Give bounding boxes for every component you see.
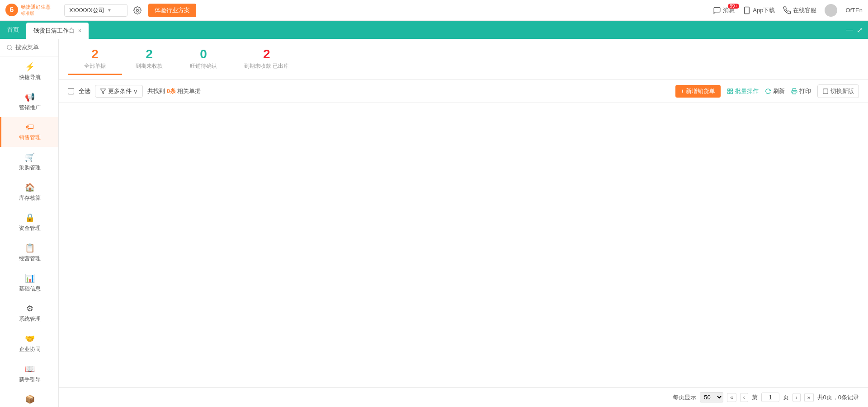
select-all-checkbox[interactable]: [68, 88, 74, 94]
page-label: 第: [752, 393, 758, 402]
sidebar-item-finance[interactable]: 🔒 资金管理: [0, 207, 58, 238]
last-page-button[interactable]: »: [804, 393, 814, 402]
stat-tab-overdue[interactable]: 2 到期未收款: [122, 43, 176, 75]
company-name: XXXXXX公司: [69, 6, 104, 14]
tab-maximize-icon[interactable]: ⤢: [857, 26, 863, 34]
logo-icon: 6: [5, 4, 18, 16]
stat-label-all: 全部单据: [84, 62, 106, 70]
filter-button[interactable]: 更多条件 ∨: [95, 85, 143, 98]
purchase-icon: 🛒: [25, 152, 35, 162]
filter-dropdown-icon: ∨: [133, 88, 138, 95]
sales-icon: 🏷: [26, 122, 34, 132]
found-count: 0条: [167, 88, 176, 94]
svg-point-0: [137, 9, 139, 11]
sidebar-label-guide: 新手引导: [19, 376, 41, 384]
stat-label-overdue: 到期未收款: [136, 62, 163, 70]
sidebar-label-sales: 销售管理: [19, 134, 41, 141]
per-page-label: 每页显示: [673, 393, 696, 402]
sidebar-label-enterprise: 企业协同: [19, 346, 41, 353]
stat-label-pending: 旺铺待确认: [190, 62, 217, 70]
sidebar-label-system: 系统管理: [19, 315, 41, 323]
toolbar: 全选 更多条件 ∨ 共找到 0条 相关单据 + 新增销货单 批: [59, 80, 868, 103]
svg-rect-6: [728, 89, 730, 91]
logo-text: 畅捷通好生意: [21, 4, 51, 10]
tab-active[interactable]: 钱货日清工作台 ×: [26, 23, 89, 39]
svg-rect-8: [731, 92, 732, 94]
stat-tab-pending[interactable]: 0 旺铺待确认: [176, 43, 231, 75]
enterprise-icon: 🤝: [25, 334, 35, 344]
sidebar-label-operations: 经营管理: [19, 255, 41, 262]
svg-rect-1: [745, 7, 750, 14]
company-selector[interactable]: XXXXXX公司 ▼: [64, 4, 127, 17]
sidebar-label-finance: 资金管理: [19, 225, 41, 232]
main-layout: 搜索菜单 ⚡ 快捷导航 📢 营销推广 🏷 销售管理 🛒 采购管理 🏠 库存核算 …: [0, 39, 868, 407]
header-right: 消息 99+ App下载 在线客服 OfTEn: [713, 4, 863, 17]
avatar[interactable]: [825, 4, 837, 17]
prev-page-button[interactable]: ‹: [740, 393, 748, 402]
user-avatar: [825, 4, 837, 17]
switch-version-button[interactable]: 切换新版: [817, 84, 859, 98]
sidebar-search[interactable]: 搜索菜单: [0, 39, 58, 56]
inventory-icon: 🏠: [25, 182, 35, 192]
system-icon: ⚙: [26, 304, 33, 313]
guide-icon: 📖: [25, 364, 35, 374]
sidebar-item-purchase[interactable]: 🛒 采购管理: [0, 147, 58, 177]
per-page-select[interactable]: 50 100: [700, 392, 723, 402]
sidebar-item-guide[interactable]: 📖 新手引导: [0, 359, 58, 389]
svg-line-4: [11, 49, 12, 50]
tab-home[interactable]: 首页: [0, 21, 26, 39]
sidebar: 搜索菜单 ⚡ 快捷导航 📢 营销推广 🏷 销售管理 🛒 采购管理 🏠 库存核算 …: [0, 39, 59, 407]
sidebar-label-inventory: 库存核算: [19, 194, 41, 202]
sidebar-label-marketing: 营销推广: [19, 104, 41, 112]
tab-close-icon[interactable]: ×: [78, 28, 81, 34]
stat-tab-shipped[interactable]: 2 到期未收款 已出库: [231, 43, 302, 75]
tab-minimize-icon[interactable]: —: [846, 26, 853, 34]
sidebar-item-operations[interactable]: 📋 经营管理: [0, 238, 58, 268]
sidebar-item-system[interactable]: ⚙ 系统管理: [0, 298, 58, 328]
app-download-button[interactable]: App下载: [743, 6, 775, 14]
sidebar-item-marketing[interactable]: 📢 营销推广: [0, 87, 58, 117]
sidebar-item-inventory[interactable]: 🏠 库存核算: [0, 177, 58, 207]
marketing-icon: 📢: [25, 92, 35, 102]
sidebar-item-basic-info[interactable]: 📊 基础信息: [0, 268, 58, 298]
username-text: OfTEn: [845, 7, 863, 14]
basic-info-icon: 📊: [25, 273, 35, 283]
refresh-button[interactable]: 刷新: [765, 87, 785, 95]
finance-icon: 🔒: [25, 213, 35, 223]
svg-point-3: [7, 45, 11, 49]
trial-button[interactable]: 体验行业方案: [148, 4, 196, 17]
new-sale-button[interactable]: + 新增销货单: [675, 85, 721, 98]
message-badge: 99+: [728, 4, 739, 9]
logo-area: 6 畅捷通好生意 标准版: [5, 4, 64, 16]
settings-button[interactable]: [131, 4, 144, 17]
logo-version: 标准版: [21, 10, 51, 17]
page-input[interactable]: [761, 393, 779, 402]
svg-marker-5: [100, 89, 106, 94]
total-text: 共0页，0条记录: [817, 393, 859, 402]
svg-rect-9: [728, 92, 730, 94]
company-dropdown-arrow: ▼: [107, 8, 112, 13]
header: 6 畅捷通好生意 标准版 XXXXXX公司 ▼ 体验行业方案 消息 99+ Ap…: [0, 0, 868, 21]
quick-nav-icon: ⚡: [25, 62, 35, 72]
svg-rect-10: [793, 92, 796, 94]
stat-count-all: 2: [91, 47, 99, 61]
message-button[interactable]: 消息 99+: [713, 6, 735, 14]
stat-tab-all[interactable]: 2 全部单据: [68, 43, 122, 75]
next-page-button[interactable]: ›: [793, 393, 801, 402]
sidebar-item-enterprise[interactable]: 🤝 企业协同: [0, 328, 58, 359]
sidebar-label-quick-nav: 快捷导航: [19, 74, 41, 81]
toolbar-right: + 新增销货单 批量操作 刷新 打印 切换新版: [675, 84, 859, 98]
first-page-button[interactable]: «: [727, 393, 736, 402]
batch-button[interactable]: 批量操作: [727, 87, 759, 95]
tab-bar: 首页 钱货日清工作台 × — ⤢: [0, 21, 868, 39]
stat-count-pending: 0: [200, 47, 207, 61]
operations-icon: 📋: [25, 243, 35, 253]
sidebar-item-app-center[interactable]: 📦 应用中心: [0, 389, 58, 407]
svg-rect-7: [731, 89, 732, 91]
svg-rect-11: [823, 89, 828, 94]
sidebar-item-sales[interactable]: 🏷 销售管理: [0, 117, 58, 147]
online-service-button[interactable]: 在线客服: [783, 6, 816, 14]
found-text: 共找到 0条 相关单据: [147, 87, 201, 95]
print-button[interactable]: 打印: [791, 87, 811, 95]
sidebar-item-quick-nav[interactable]: ⚡ 快捷导航: [0, 56, 58, 87]
